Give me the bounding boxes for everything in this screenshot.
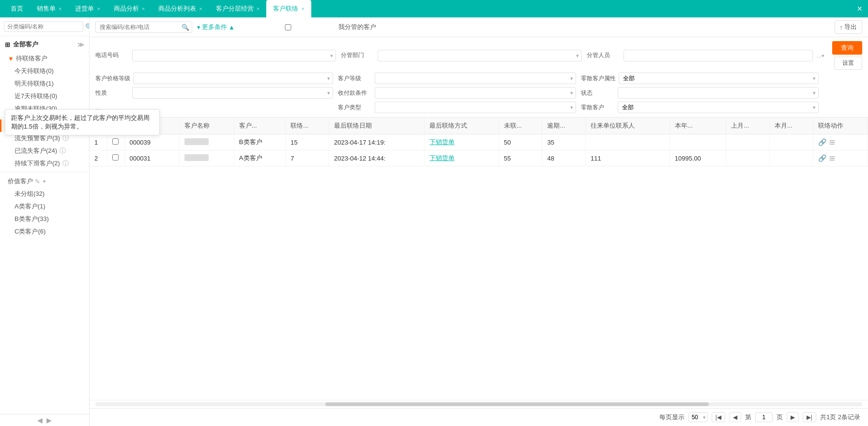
info-icon-3: ⓘ <box>60 147 66 154</box>
close-sales-tab[interactable]: × <box>59 6 61 12</box>
customer-type-wrap[interactable] <box>375 102 576 113</box>
payment-wrap[interactable] <box>375 87 576 99</box>
payment-select[interactable] <box>375 87 576 99</box>
per-page-select-wrap: 50 ▾ <box>688 412 708 422</box>
row2-last-method[interactable]: 下销货单 <box>425 150 499 166</box>
settings-button[interactable]: 设置 <box>834 57 862 70</box>
pagination-bar: 每页显示 50 ▾ |◀ ◀ 第 页 ▶ ▶| 共1页 2条记录 <box>90 408 868 426</box>
row2-contact: 7 <box>286 150 329 166</box>
price-level-wrap[interactable] <box>133 73 333 84</box>
more-conditions-btn[interactable]: ▾ 更多条件 ▲ <box>197 23 235 31</box>
tab-home[interactable]: 首页 <box>4 0 30 17</box>
sidebar-right-arrow[interactable]: ▶ <box>46 416 52 424</box>
retail-customer-wrap[interactable]: 全部 <box>618 102 819 113</box>
row2-name <box>179 150 234 166</box>
next-page-button[interactable]: ▶ <box>787 412 799 422</box>
close-product-analysis-list-tab[interactable]: × <box>199 6 202 12</box>
my-customers-check[interactable] <box>240 24 336 30</box>
tab-customer-segment[interactable]: 客户分层经营 × <box>209 0 266 17</box>
customer-level-wrap[interactable] <box>375 73 576 84</box>
filter-search-input[interactable] <box>95 21 192 33</box>
horizontal-scrollbar[interactable] <box>95 402 862 406</box>
last-page-button[interactable]: ▶| <box>803 412 816 422</box>
filter-icon: ▾ <box>197 24 200 31</box>
sidebar-item-b-class[interactable]: B类客户(33) <box>0 213 89 225</box>
grid-icon: ⊞ <box>5 41 10 48</box>
tooltip-box: 距客户上次交易时长，超过了此客户的平均交易周期的1.5倍，则视为异常。 <box>5 109 90 135</box>
row2-link-icon[interactable]: 🔗 <box>818 154 826 162</box>
sidebar-collapse-btn[interactable]: ≫ <box>77 41 84 48</box>
phone-input[interactable] <box>132 50 336 61</box>
close-customer-segment-tab[interactable]: × <box>257 6 259 12</box>
row1-action[interactable]: 🔗 ⊞ <box>813 134 868 150</box>
dept-select[interactable] <box>378 50 581 61</box>
price-level-select[interactable] <box>133 73 333 84</box>
status-wrap[interactable] <box>618 87 819 99</box>
close-product-analysis-tab[interactable]: × <box>142 6 145 12</box>
sidebar-item-c-class[interactable]: C类客户(6) <box>0 225 89 238</box>
col-contact-count: 联络... <box>286 118 329 134</box>
edit-icon[interactable]: ✎ <box>35 178 40 185</box>
row2-name-placeholder <box>184 154 209 161</box>
sidebar-item-ungrouped[interactable]: 未分组(32) <box>0 188 89 200</box>
row2-check[interactable] <box>107 150 124 166</box>
prev-page-button[interactable]: ◀ <box>729 412 741 422</box>
row2-overdue: 48 <box>542 150 586 166</box>
first-page-button[interactable]: |◀ <box>712 412 725 422</box>
sidebar-item-tomorrow[interactable]: 明天待联络(1) <box>0 77 89 90</box>
customer-level-select[interactable] <box>375 73 576 84</box>
per-page-select[interactable]: 50 <box>688 412 708 422</box>
row2-action[interactable]: 🔗 ⊞ <box>813 150 868 166</box>
col-this-month: 本月... <box>770 118 813 134</box>
row1-name-placeholder <box>184 138 209 145</box>
pending-group-label[interactable]: ▼ 待联络客户 <box>0 52 89 65</box>
row2-grid-icon[interactable]: ⊞ <box>829 154 835 162</box>
sidebar-item-a-class[interactable]: A类客户(1) <box>0 200 89 213</box>
page-input[interactable] <box>755 412 773 422</box>
retail-attr-wrap[interactable]: 全部 <box>619 73 819 84</box>
close-purchase-tab[interactable]: × <box>97 6 100 12</box>
close-customer-contact-tab[interactable]: × <box>301 6 304 12</box>
customer-type-select[interactable] <box>375 102 576 113</box>
row1-link-icon[interactable]: 🔗 <box>818 138 826 146</box>
row1-type: B类客户 <box>234 134 285 150</box>
nature-wrap[interactable] <box>132 87 333 99</box>
person-more-icon[interactable]: ... <box>817 52 822 59</box>
sidebar-item-lost[interactable]: 已流失客户(24) ⓘ <box>0 145 89 157</box>
tab-sales[interactable]: 销售单 × <box>30 0 68 17</box>
nature-select[interactable] <box>132 87 333 99</box>
sidebar-search-input[interactable] <box>4 21 83 32</box>
tab-customer-contact[interactable]: 客户联络 × <box>266 0 311 17</box>
retail-attr-select[interactable]: 全部 <box>619 73 819 84</box>
row1-checkbox[interactable] <box>112 138 119 145</box>
data-table-container: ⚙ 客户编码 客户名称 客户... 联络... 最后联络日期 最后联络方式 未联… <box>90 118 868 400</box>
scrollbar-thumb[interactable] <box>325 402 709 406</box>
chevron-up-icon: ▲ <box>228 24 235 31</box>
tab-product-analysis[interactable]: 商品分析 × <box>107 0 152 17</box>
close-all-button[interactable]: × <box>857 4 862 14</box>
tab-purchase[interactable]: 进货单 × <box>68 0 107 17</box>
person-select-wrap[interactable]: ... <box>624 50 827 61</box>
row1-this-year <box>670 134 726 150</box>
row2-last-date: 2023-04-12 14:44: <box>329 150 424 166</box>
customer-table: ⚙ 客户编码 客户名称 客户... 联络... 最后联络日期 最后联络方式 未联… <box>90 118 868 166</box>
row2-checkbox[interactable] <box>112 154 119 161</box>
row1-grid-icon[interactable]: ⊞ <box>829 138 835 146</box>
edit-settings-icon[interactable]: ✦ <box>42 178 46 185</box>
sidebar-item-declining[interactable]: 持续下滑客户(2) ⓘ <box>0 157 89 170</box>
sidebar-search-icon[interactable]: 🔍 <box>85 23 90 30</box>
dept-select-wrap[interactable] <box>378 50 581 61</box>
retail-customer-select[interactable]: 全部 <box>618 102 819 113</box>
my-customers-checkbox[interactable]: 我分管的客户 <box>240 23 376 31</box>
sidebar-item-7days[interactable]: 近7天待联络(0) <box>0 90 89 103</box>
person-input[interactable] <box>624 50 813 61</box>
export-button[interactable]: ↑ 导出 <box>835 20 863 34</box>
row1-last-method[interactable]: 下销货单 <box>425 134 499 150</box>
status-select[interactable] <box>618 87 819 99</box>
tab-product-analysis-list[interactable]: 商品分析列表 × <box>152 0 209 17</box>
row1-check[interactable] <box>107 134 124 150</box>
filter-search-icon[interactable]: 🔍 <box>182 24 189 31</box>
sidebar-item-today[interactable]: 今天待联络(0) <box>0 65 89 77</box>
sidebar-left-arrow[interactable]: ◀ <box>37 416 43 424</box>
query-button[interactable]: 查询 <box>832 41 862 55</box>
